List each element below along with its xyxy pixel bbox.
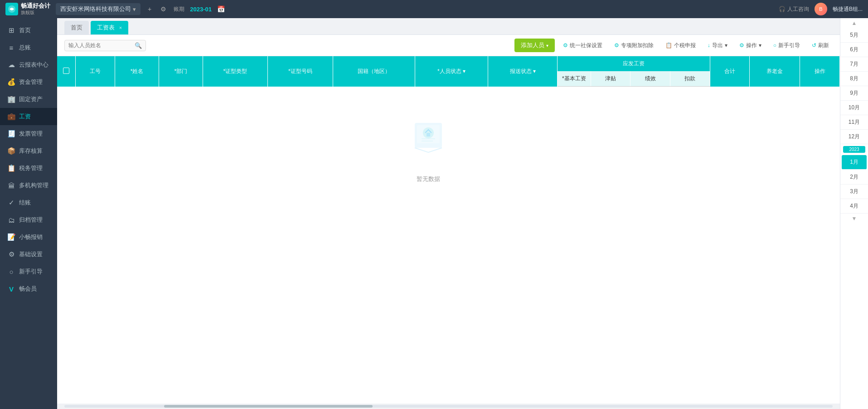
close-account-icon: ✓ — [7, 199, 15, 207]
right-panel: ▲ 5月 6月 7月 8月 9月 10月 11月 12月 2023 1月 2月 … — [840, 18, 868, 409]
search-input[interactable] — [68, 42, 132, 49]
month-11[interactable]: 11月 — [840, 115, 868, 130]
calendar-icon[interactable]: 📅 — [217, 5, 225, 13]
operation-button[interactable]: ⚙ 操作 ▾ — [736, 40, 765, 51]
export-chevron-icon: ▾ — [725, 42, 727, 49]
refresh-button[interactable]: ↺ 刷新 — [808, 40, 833, 51]
multi-org-icon: 🏛 — [7, 182, 15, 190]
tab-close-button[interactable]: × — [119, 25, 122, 30]
col-pension: 养老金 — [750, 56, 800, 87]
cloud-icon: ☁ — [7, 61, 15, 69]
sidebar-item-expense[interactable]: 📝 小畅报销 — [0, 229, 57, 246]
col-report-status: 报送状态 ▾ — [488, 56, 558, 87]
settings-button[interactable]: ⚙ — [159, 4, 168, 15]
member-icon: V — [7, 285, 15, 293]
col-job-id: 工号 — [75, 56, 115, 87]
month-7[interactable]: 7月 — [840, 57, 868, 72]
export-label: 导出 — [712, 42, 723, 49]
search-box: 🔍 — [64, 40, 146, 51]
special-deduction-label: 专项附加扣除 — [621, 42, 654, 49]
guide-toolbar-label: 新手引导 — [778, 42, 800, 49]
guide-toolbar-icon: ○ — [773, 42, 776, 49]
month-1[interactable]: 1月 — [842, 155, 867, 170]
sidebar-item-inventory[interactable]: 📦 库存核算 — [0, 142, 57, 160]
inventory-icon: 📦 — [7, 147, 15, 155]
month-9[interactable]: 9月 — [840, 86, 868, 101]
tax-declare-button[interactable]: 📋 个税申报 — [662, 40, 699, 51]
human-service-button[interactable]: 🎧 人工咨询 — [779, 5, 809, 13]
panel-up-arrow[interactable]: ▲ — [840, 18, 868, 28]
operation-icon: ⚙ — [739, 42, 744, 49]
add-company-button[interactable]: + — [146, 4, 153, 15]
archive-icon: 🗂 — [7, 216, 15, 224]
social-security-button[interactable]: ⚙ 统一社保设置 — [559, 40, 606, 51]
main-layout: ⊞ 首页 ≡ 总账 ☁ 云报表中心 💰 资金管理 🏢 固定资产 💼 工资 🧾 发… — [0, 18, 868, 409]
assets-icon: 🏢 — [7, 95, 15, 103]
toolbar: 🔍 添加人员 ▾ ⚙ 统一社保设置 ⚙ 专项附加扣除 📋 个税申报 ↓ 导出 — [57, 35, 840, 56]
sidebar-item-multi-org[interactable]: 🏛 多机构管理 — [0, 177, 57, 194]
app-sub: 旗舰版 — [21, 10, 50, 16]
sidebar-item-close-account[interactable]: ✓ 结账 — [0, 194, 57, 211]
tab-salary[interactable]: 工资表 × — [91, 21, 128, 34]
col-dept: *部门 — [159, 56, 203, 87]
export-button[interactable]: ↓ 导出 ▾ — [704, 40, 731, 51]
refresh-label: 刷新 — [818, 42, 829, 49]
sidebar-item-ledger[interactable]: ≡ 总账 — [0, 39, 57, 56]
month-4[interactable]: 4月 — [840, 199, 868, 214]
sidebar-label-archive: 归档管理 — [19, 216, 43, 224]
add-person-dropdown-icon: ▾ — [546, 43, 548, 48]
col-id-number: *证型号码 — [268, 56, 333, 87]
service-label: 人工咨询 — [787, 5, 809, 13]
month-12[interactable]: 12月 — [840, 130, 868, 144]
sidebar-label-settings: 基础设置 — [19, 250, 43, 258]
guide-icon: ○ — [7, 268, 15, 276]
sidebar-item-funds[interactable]: 💰 资金管理 — [0, 73, 57, 91]
sidebar-label-expense: 小畅报销 — [19, 233, 43, 241]
company-selector[interactable]: 西安虾米网络科技有限公司 ▾ — [56, 3, 141, 15]
sidebar-label-invoice: 发票管理 — [19, 130, 43, 138]
top-right-area: 🎧 人工咨询 B 畅捷通B组... — [779, 3, 863, 15]
col-checkbox[interactable] — [57, 56, 75, 87]
svg-rect-4 — [427, 133, 430, 136]
scrollbar-thumb[interactable] — [164, 405, 373, 408]
sidebar: ⊞ 首页 ≡ 总账 ☁ 云报表中心 💰 资金管理 🏢 固定资产 💼 工资 🧾 发… — [0, 18, 57, 409]
select-all-checkbox[interactable] — [63, 68, 69, 74]
sidebar-item-archive[interactable]: 🗂 归档管理 — [0, 211, 57, 229]
tab-home[interactable]: 首页 — [64, 21, 89, 34]
month-10[interactable]: 10月 — [840, 101, 868, 115]
col-total: 合计 — [710, 56, 750, 87]
sidebar-item-tax[interactable]: 📋 税务管理 — [0, 160, 57, 177]
add-person-button[interactable]: 添加人员 ▾ — [514, 39, 555, 52]
period-value[interactable]: 2023-01 — [190, 6, 212, 13]
month-8[interactable]: 8月 — [840, 72, 868, 86]
export-icon: ↓ — [708, 42, 710, 49]
sidebar-item-invoice[interactable]: 🧾 发票管理 — [0, 125, 57, 142]
sidebar-item-member[interactable]: V 畅会员 — [0, 280, 57, 297]
month-6[interactable]: 6月 — [840, 43, 868, 57]
sidebar-item-cloud-report[interactable]: ☁ 云报表中心 — [0, 56, 57, 73]
sidebar-label-tax: 税务管理 — [19, 164, 43, 172]
empty-state: 暂无数据 — [57, 87, 800, 210]
month-3[interactable]: 3月 — [840, 185, 868, 199]
sidebar-label-guide: 新手引导 — [19, 268, 43, 276]
month-2[interactable]: 2月 — [840, 170, 868, 185]
col-base-salary: *基本工资 — [558, 71, 591, 87]
company-chevron-icon: ▾ — [133, 6, 136, 13]
panel-down-arrow[interactable]: ▼ — [840, 214, 868, 224]
year-badge: 2023 — [843, 146, 865, 153]
col-status: *人员状态 ▾ — [415, 56, 488, 87]
tab-salary-label: 工资表 — [97, 24, 115, 31]
sidebar-item-guide[interactable]: ○ 新手引导 — [0, 263, 57, 280]
refresh-icon: ↺ — [812, 42, 816, 49]
salary-table: 工号 *姓名 *部门 *证型类型 *证型号码 国籍（地区） *人员状态 ▾ 报送… — [57, 56, 840, 210]
user-avatar[interactable]: B — [815, 3, 827, 15]
guide-toolbar-button[interactable]: ○ 新手引导 — [770, 40, 804, 51]
sidebar-item-salary[interactable]: 💼 工资 — [0, 108, 57, 125]
tax-declare-icon: 📋 — [665, 42, 672, 49]
sidebar-item-home[interactable]: ⊞ 首页 — [0, 22, 57, 39]
special-deduction-button[interactable]: ⚙ 专项附加扣除 — [611, 40, 657, 51]
sidebar-item-assets[interactable]: 🏢 固定资产 — [0, 91, 57, 108]
sidebar-item-basic-settings[interactable]: ⚙ 基础设置 — [0, 246, 57, 263]
month-5[interactable]: 5月 — [840, 28, 868, 43]
horizontal-scrollbar[interactable] — [64, 405, 833, 408]
